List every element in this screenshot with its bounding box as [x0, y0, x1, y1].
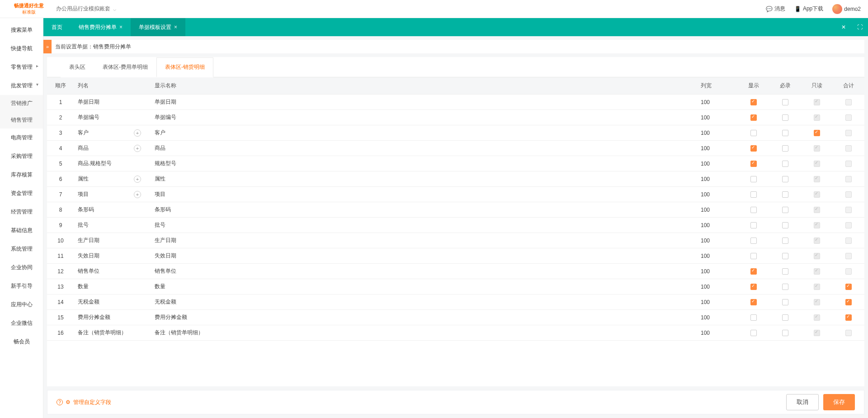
cell-display-name[interactable]: 备注（销货单明细）	[151, 325, 697, 341]
sidebar-item[interactable]: 畅会员	[0, 332, 43, 351]
checkbox-req[interactable]	[782, 130, 788, 136]
app-download-button[interactable]: 📱 App下载	[794, 5, 823, 13]
cell-width[interactable]: 100	[697, 248, 738, 264]
sidebar-item[interactable]: 资金管理	[0, 184, 43, 203]
checkbox-req[interactable]	[782, 314, 788, 321]
close-all-tabs-icon[interactable]: ✕	[835, 18, 852, 36]
checkbox-req[interactable]	[782, 284, 788, 290]
cell-width[interactable]: 100	[697, 202, 738, 218]
user-menu[interactable]: demo2	[832, 4, 861, 14]
cell-display-name[interactable]: 费用分摊金额	[151, 310, 697, 325]
cell-width[interactable]: 100	[697, 171, 738, 187]
checkbox-req[interactable]	[782, 253, 788, 259]
section-tab[interactable]: 表头区	[61, 57, 94, 77]
sidebar-item[interactable]: 电商管理	[0, 128, 43, 147]
sidebar-item[interactable]: 采购管理	[0, 147, 43, 166]
close-icon[interactable]: ×	[174, 24, 177, 30]
cell-width[interactable]: 100	[697, 110, 738, 125]
sidebar-item[interactable]: 搜索菜单	[0, 21, 43, 39]
section-tab[interactable]: 表体区-销货明细	[156, 57, 213, 77]
cell-width[interactable]: 100	[697, 264, 738, 279]
checkbox-show[interactable]	[750, 299, 757, 305]
checkbox-req[interactable]	[782, 191, 788, 198]
fullscreen-icon[interactable]: ⛶	[852, 18, 868, 36]
checkbox-req[interactable]	[782, 268, 788, 275]
checkbox-req[interactable]	[782, 114, 788, 121]
collapse-toggle-icon[interactable]: »	[43, 40, 52, 53]
expand-icon[interactable]: +	[134, 176, 141, 183]
checkbox-show[interactable]	[750, 191, 757, 198]
cell-width[interactable]: 100	[697, 294, 738, 310]
cancel-button[interactable]: 取消	[786, 394, 819, 410]
cell-display-name[interactable]: 失效日期	[151, 248, 697, 264]
cell-display-name[interactable]: 规格型号	[151, 156, 697, 171]
cell-width[interactable]: 100	[697, 325, 738, 341]
cell-display-name[interactable]: 单据日期	[151, 95, 697, 110]
expand-icon[interactable]: +	[134, 191, 141, 198]
save-button[interactable]: 保存	[823, 394, 855, 410]
sidebar-item[interactable]: 经营管理	[0, 203, 43, 221]
checkbox-show[interactable]	[750, 314, 757, 321]
checkbox-sum[interactable]	[845, 314, 852, 321]
sidebar-item[interactable]: 企业协同	[0, 258, 43, 277]
cell-width[interactable]: 100	[697, 279, 738, 294]
checkbox-show[interactable]	[750, 238, 757, 244]
cell-display-name[interactable]: 商品	[151, 141, 697, 156]
checkbox-show[interactable]	[750, 222, 757, 228]
checkbox-show[interactable]	[750, 176, 757, 182]
cell-width[interactable]: 100	[697, 95, 738, 110]
cell-width[interactable]: 100	[697, 187, 738, 202]
cell-display-name[interactable]: 属性	[151, 171, 697, 187]
checkbox-req[interactable]	[782, 176, 788, 182]
checkbox-sum[interactable]	[845, 284, 852, 290]
page-tab[interactable]: 首页	[43, 18, 71, 36]
sidebar-item[interactable]: 库存核算	[0, 166, 43, 184]
sidebar-subitem[interactable]: 营销推广	[0, 95, 43, 112]
sidebar-item[interactable]: 新手引导	[0, 277, 43, 295]
sidebar-subitem[interactable]: 销售管理	[0, 112, 43, 128]
checkbox-req[interactable]	[782, 238, 788, 244]
cell-width[interactable]: 100	[697, 233, 738, 248]
checkbox-req[interactable]	[782, 207, 788, 213]
checkbox-req[interactable]	[782, 299, 788, 305]
cell-display-name[interactable]: 条形码	[151, 202, 697, 218]
cell-display-name[interactable]: 生产日期	[151, 233, 697, 248]
checkbox-show[interactable]	[750, 130, 757, 136]
checkbox-show[interactable]	[750, 253, 757, 259]
checkbox-ro[interactable]	[814, 130, 820, 136]
cell-display-name[interactable]: 数量	[151, 279, 697, 294]
sidebar-item[interactable]: 快捷导航	[0, 39, 43, 58]
checkbox-show[interactable]	[750, 99, 757, 105]
checkbox-sum[interactable]	[845, 299, 852, 305]
expand-icon[interactable]: +	[134, 129, 141, 137]
checkbox-req[interactable]	[782, 145, 788, 152]
manage-custom-fields-link[interactable]: ? ⚙ 管理自定义字段	[57, 399, 111, 406]
sidebar-item[interactable]: 零售管理	[0, 58, 43, 76]
checkbox-req[interactable]	[782, 161, 788, 167]
checkbox-show[interactable]	[750, 114, 757, 121]
cell-width[interactable]: 100	[697, 310, 738, 325]
checkbox-show[interactable]	[750, 268, 757, 275]
checkbox-show[interactable]	[750, 284, 757, 290]
cell-width[interactable]: 100	[697, 218, 738, 233]
cell-width[interactable]: 100	[697, 125, 738, 141]
cell-width[interactable]: 100	[697, 141, 738, 156]
page-tab[interactable]: 单据模板设置×	[131, 18, 185, 36]
checkbox-req[interactable]	[782, 222, 788, 228]
messages-button[interactable]: 💬 消息	[766, 5, 785, 13]
checkbox-show[interactable]	[750, 161, 757, 167]
checkbox-show[interactable]	[750, 330, 757, 336]
checkbox-show[interactable]	[750, 145, 757, 152]
sidebar-item[interactable]: 系统管理	[0, 240, 43, 258]
checkbox-req[interactable]	[782, 99, 788, 105]
page-tab[interactable]: 销售费用分摊单×	[71, 18, 131, 36]
sidebar-item[interactable]: 批发管理	[0, 76, 43, 95]
sidebar-item[interactable]: 应用中心	[0, 295, 43, 314]
cell-display-name[interactable]: 销售单位	[151, 264, 697, 279]
checkbox-show[interactable]	[750, 207, 757, 213]
account-select[interactable]: 办公用品行业模拟账套 ⌵	[56, 5, 116, 13]
cell-width[interactable]: 100	[697, 156, 738, 171]
sidebar-item[interactable]: 企业微信	[0, 314, 43, 332]
close-icon[interactable]: ×	[119, 24, 123, 30]
cell-display-name[interactable]: 客户	[151, 125, 697, 141]
